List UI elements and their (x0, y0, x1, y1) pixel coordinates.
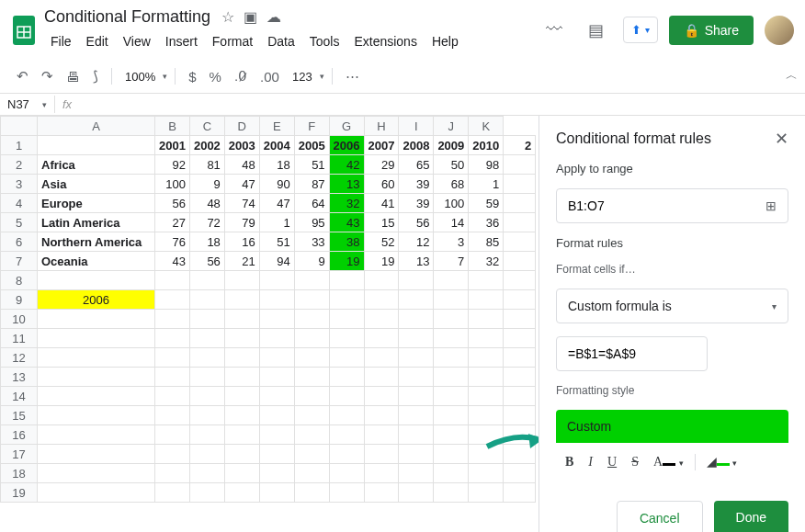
cell[interactable] (155, 464, 190, 483)
cell[interactable]: 92 (155, 155, 190, 175)
cell[interactable] (189, 368, 224, 387)
cell[interactable] (189, 329, 224, 348)
cell[interactable]: 51 (294, 155, 329, 175)
cell[interactable]: 43 (329, 213, 364, 232)
cell[interactable]: 79 (224, 213, 259, 232)
cell[interactable]: 32 (329, 194, 364, 213)
cell[interactable]: 90 (259, 175, 294, 194)
cell[interactable]: 98 (469, 155, 504, 175)
cell[interactable]: 13 (329, 175, 364, 194)
row-header[interactable]: 1 (1, 136, 38, 155)
col-header[interactable]: A (38, 117, 155, 136)
cell[interactable] (259, 406, 294, 425)
cell[interactable] (155, 406, 190, 425)
cell[interactable]: 15 (364, 213, 399, 232)
cell[interactable] (329, 483, 364, 503)
cell[interactable] (189, 348, 224, 368)
cell[interactable]: 14 (434, 213, 469, 232)
cell[interactable]: Africa (38, 155, 155, 175)
range-input[interactable] (568, 198, 765, 213)
cell[interactable] (224, 310, 259, 329)
cell[interactable]: 74 (224, 194, 259, 213)
cell[interactable] (189, 445, 224, 464)
redo-button[interactable]: ↷ (36, 63, 59, 89)
cell[interactable] (155, 387, 190, 406)
cell[interactable] (329, 387, 364, 406)
cell[interactable] (469, 271, 504, 290)
cell[interactable] (329, 290, 364, 310)
cell[interactable] (504, 290, 536, 310)
cell[interactable]: 1 (469, 175, 504, 194)
cell[interactable]: 68 (434, 175, 469, 194)
cell[interactable]: 39 (399, 175, 434, 194)
cell[interactable]: 16 (224, 232, 259, 252)
cell[interactable] (504, 310, 536, 329)
cell[interactable] (224, 387, 259, 406)
move-icon[interactable]: ▣ (244, 8, 257, 26)
cell[interactable]: 47 (259, 194, 294, 213)
cell[interactable]: 2001 (155, 136, 190, 155)
cell[interactable] (469, 329, 504, 348)
row-header[interactable]: 16 (1, 425, 38, 445)
cell[interactable] (434, 290, 469, 310)
cell[interactable] (469, 310, 504, 329)
cell[interactable] (469, 368, 504, 387)
menu-edit[interactable]: Edit (80, 30, 115, 52)
cell[interactable]: 21 (224, 252, 259, 271)
cell[interactable]: 3 (434, 232, 469, 252)
cell[interactable] (329, 329, 364, 348)
cell[interactable]: 2009 (434, 136, 469, 155)
cell[interactable] (189, 406, 224, 425)
cell[interactable] (434, 464, 469, 483)
menu-data[interactable]: Data (261, 30, 301, 52)
menu-tools[interactable]: Tools (303, 30, 346, 52)
cell[interactable] (329, 445, 364, 464)
cell[interactable] (224, 445, 259, 464)
row-header[interactable]: 14 (1, 387, 38, 406)
cell[interactable] (504, 464, 536, 483)
row-header[interactable]: 15 (1, 406, 38, 425)
cell[interactable] (38, 483, 155, 503)
cell[interactable] (469, 425, 504, 445)
cell[interactable] (224, 271, 259, 290)
cell[interactable] (364, 271, 399, 290)
row-header[interactable]: 4 (1, 194, 38, 213)
row-header[interactable]: 9 (1, 290, 38, 310)
col-header[interactable]: C (189, 117, 224, 136)
col-header[interactable]: D (224, 117, 259, 136)
cell[interactable]: 64 (294, 194, 329, 213)
col-header[interactable]: E (259, 117, 294, 136)
cell[interactable]: 56 (399, 213, 434, 232)
cell[interactable] (329, 310, 364, 329)
cell[interactable] (155, 290, 190, 310)
cell[interactable] (155, 329, 190, 348)
cell[interactable] (155, 271, 190, 290)
cell[interactable]: 13 (399, 252, 434, 271)
cell[interactable]: 2006 (38, 290, 155, 310)
cell[interactable]: 38 (329, 232, 364, 252)
cell[interactable] (224, 368, 259, 387)
cell[interactable] (364, 310, 399, 329)
cell[interactable]: 7 (434, 252, 469, 271)
cell[interactable] (38, 406, 155, 425)
cell[interactable] (259, 271, 294, 290)
row-header[interactable]: 2 (1, 155, 38, 175)
cell[interactable]: 18 (259, 155, 294, 175)
done-button[interactable]: Done (714, 501, 788, 532)
cell[interactable] (469, 387, 504, 406)
cell[interactable] (399, 348, 434, 368)
cell[interactable]: 19 (364, 252, 399, 271)
cell[interactable]: 2007 (364, 136, 399, 155)
cell[interactable] (189, 387, 224, 406)
cell[interactable] (399, 464, 434, 483)
cell[interactable] (259, 387, 294, 406)
more-tools-button[interactable]: ⋯ (340, 63, 365, 89)
cell[interactable] (259, 310, 294, 329)
cell[interactable] (399, 271, 434, 290)
formula-bar[interactable] (79, 94, 805, 115)
cell[interactable] (329, 368, 364, 387)
cell[interactable] (504, 406, 536, 425)
cell[interactable] (155, 348, 190, 368)
cell[interactable] (329, 464, 364, 483)
increase-decimal-button[interactable]: .00 (255, 64, 285, 89)
